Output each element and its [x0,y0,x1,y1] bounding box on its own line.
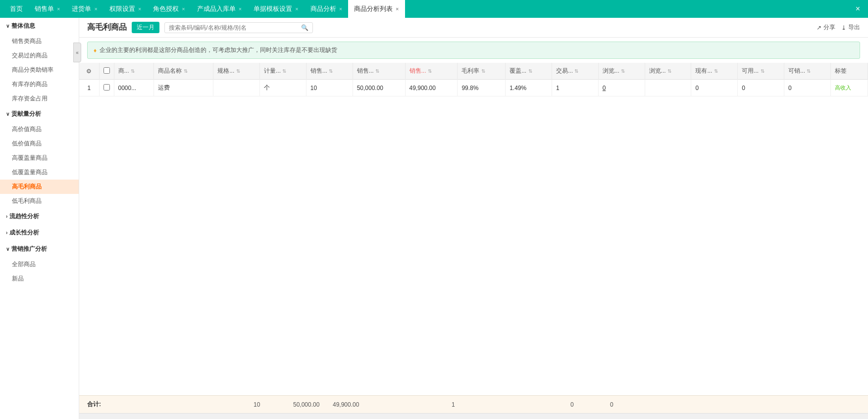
cell-sales-amount: 50,000.00 [353,80,405,96]
collapse-arrow-icon: ∨ [6,23,9,29]
close-icon[interactable]: × [339,6,342,12]
sidebar-item-new-goods[interactable]: 新品 [0,272,79,286]
cell-sales-qty: 10 [306,80,353,96]
nav-item-inbound[interactable]: 产成品入库单 × [191,0,248,18]
col-spec[interactable]: 规格... ⇅ [213,63,260,80]
col-browse2[interactable]: 浏览... ⇅ [645,63,691,80]
time-filter-button[interactable]: 近一月 [132,22,159,33]
footer-sales-qty: 10 [250,401,289,408]
close-icon[interactable]: × [94,6,97,12]
footer-stock-available: 0 [606,401,646,408]
collapse-arrow-icon: ∨ [6,111,9,117]
search-input[interactable] [169,24,301,31]
banner-text: 企业的主要的利润都是这部分商品创造的，可考虑加大推广，同时关注库存是不要出现缺货 [100,46,337,54]
sidebar: ∨ 整体信息 销售类商品 交易过的商品 商品分类助销率 有库存的商品 库存资金占… [0,18,79,419]
cell-index: 1 [79,80,99,96]
sidebar-wrapper: ∨ 整体信息 销售类商品 交易过的商品 商品分类助销率 有库存的商品 库存资金占… [0,18,79,419]
col-gross-rate[interactable]: 毛利率 ⇅ [458,63,506,80]
horizontal-scrollbar[interactable] [79,413,868,419]
collapse-arrow-icon: › [6,230,7,235]
sidebar-group-marketing[interactable]: ∨ 营销推广分析 [0,241,79,257]
footer-transactions: 1 [448,401,487,408]
browse1-link[interactable]: 0 [603,85,606,92]
row-checkbox[interactable] [103,84,110,91]
export-button[interactable]: ⤓ 导出 [841,23,860,32]
top-nav: 首页 销售单 × 进货单 × 权限设置 × 角色授权 × 产成品入库单 × 单据… [0,0,868,18]
data-table-container: ⚙ 商... ⇅ 商品名称 ⇅ 规格... ⇅ 计量... ⇅ 销售... ⇅ … [79,63,868,395]
col-stock-saleable[interactable]: 可销... ⇅ [784,63,830,80]
cell-checkbox[interactable] [99,80,114,96]
export-icon: ⤓ [841,24,846,31]
nav-item-sales[interactable]: 销售单 × [29,0,66,18]
footer-label: 合计: [87,400,101,409]
sidebar-group-growth[interactable]: › 成长性分析 [0,225,79,241]
table-row: 1 0000... 运费 个 10 50,000.00 49,900.00 99… [79,80,868,96]
sidebar-collapse-button[interactable]: « [73,43,81,62]
col-stock-available[interactable]: 可用... ⇅ [738,63,784,80]
sidebar-item-high-value[interactable]: 高价值商品 [0,122,79,137]
table-footer: 合计: 10 50,000.00 49,900.00 1 0 0 [79,395,868,413]
cell-gross-rate: 99.8% [458,80,506,96]
sidebar-item-low-value[interactable]: 低价值商品 [0,137,79,151]
col-name[interactable]: 商品名称 ⇅ [154,63,213,80]
share-icon: ↗ [817,24,821,31]
cell-unit: 个 [260,80,306,96]
cell-browse1[interactable]: 0 [598,80,645,96]
sidebar-item-high-margin[interactable]: 高毛利商品 [0,180,79,194]
cell-stock-current: 0 [691,80,738,96]
sidebar-item-all-goods[interactable]: 全部商品 [0,257,79,272]
sidebar-item-high-coverage[interactable]: 高覆盖量商品 [0,151,79,165]
sidebar-item-traded-goods[interactable]: 交易过的商品 [0,48,79,63]
col-settings[interactable]: ⚙ [79,63,99,80]
nav-item-permissions[interactable]: 权限设置 × [103,0,147,18]
col-unit[interactable]: 计量... ⇅ [260,63,306,80]
close-icon[interactable]: × [396,6,399,12]
select-all-checkbox[interactable] [103,67,110,74]
col-stock-current[interactable]: 现有... ⇅ [691,63,738,80]
close-icon[interactable]: × [57,6,60,12]
data-table: ⚙ 商... ⇅ 商品名称 ⇅ 规格... ⇅ 计量... ⇅ 销售... ⇅ … [79,63,868,96]
nav-item-purchase[interactable]: 进货单 × [66,0,103,18]
cell-name: 运费 [154,80,213,96]
col-checkbox[interactable] [99,63,114,80]
close-icon[interactable]: × [239,6,242,12]
sidebar-item-sales-goods[interactable]: 销售类商品 [0,34,79,48]
cell-browse2 [645,80,691,96]
close-icon[interactable]: × [182,6,185,12]
col-coverage[interactable]: 覆盖... ⇅ [506,63,552,80]
sidebar-group-overall[interactable]: ∨ 整体信息 [0,18,79,34]
nav-item-roles[interactable]: 角色授权 × [147,0,191,18]
nav-item-analysis-list[interactable]: 商品分析列表 × [348,0,405,18]
window-close-button[interactable]: × [852,4,864,13]
cell-stock-available: 0 [738,80,784,96]
sidebar-item-in-stock[interactable]: 有库存的商品 [0,77,79,92]
main-layout: ∨ 整体信息 销售类商品 交易过的商品 商品分类助销率 有库存的商品 库存资金占… [0,18,868,419]
col-tag[interactable]: 标签 [830,63,868,80]
content-header: 高毛利商品 近一月 🔍 ↗ 分享 ⤓ 导出 [79,18,868,38]
cell-spec [213,80,260,96]
search-icon[interactable]: 🔍 [301,24,308,31]
nav-item-template[interactable]: 单据模板设置 × [248,0,304,18]
nav-item-analysis[interactable]: 商品分析 × [305,0,348,18]
sidebar-group-trend[interactable]: › 流趋性分析 [0,208,79,225]
close-icon[interactable]: × [295,6,298,12]
sidebar-item-low-margin[interactable]: 低毛利商品 [0,194,79,208]
share-button[interactable]: ↗ 分享 [817,23,835,32]
sidebar-item-low-coverage[interactable]: 低覆盖量商品 [0,165,79,180]
cell-tag: 高收入 [830,80,868,96]
page-title: 高毛利商品 [87,22,127,33]
footer-sales-net: 49,900.00 [329,401,368,408]
col-browse1[interactable]: 浏览... ⇅ [598,63,645,80]
col-sales-amount[interactable]: 销售... ⇅ [353,63,405,80]
col-code[interactable]: 商... ⇅ [114,63,154,80]
col-sales-qty[interactable]: 销售... ⇅ [306,63,353,80]
sidebar-group-contribution[interactable]: ∨ 贡献量分析 [0,106,79,122]
nav-item-home[interactable]: 首页 [4,0,29,18]
info-icon: ♦ [94,47,97,54]
sidebar-item-category-rate[interactable]: 商品分类助销率 [0,63,79,77]
close-icon[interactable]: × [138,6,141,12]
cell-code: 0000... [114,80,154,96]
col-transactions[interactable]: 交易... ⇅ [552,63,598,80]
sidebar-item-stock-capital[interactable]: 库存资金占用 [0,92,79,106]
col-sales-net[interactable]: 销售... ⇅ [405,63,458,80]
